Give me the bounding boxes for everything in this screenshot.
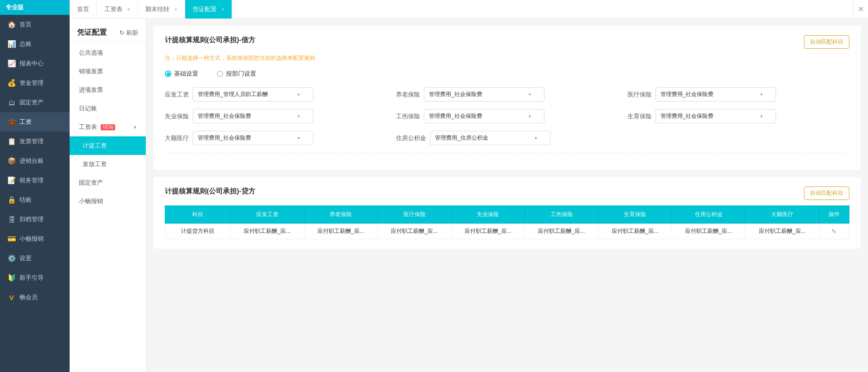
section-divider xyxy=(165,153,849,153)
form-row-1: 应发工资 管理费用_管理人员职工薪酬 ▾ 养老保险 管理费用_社会保险费 ▾ xyxy=(165,87,849,102)
window-close-button[interactable]: ✕ xyxy=(853,2,868,17)
select-maternity[interactable]: 管理费用_社会保险费 ▾ xyxy=(655,109,776,123)
section-debit-header: 计提核算规则(公司承担)-借方 自动匹配科目 xyxy=(165,35,849,49)
sidebar-item-xiaochang[interactable]: 💳 小畅报销 xyxy=(0,229,70,249)
radio-basic-circle[interactable] xyxy=(165,71,171,77)
sidebar-item-invoices[interactable]: 📋 发票管理 xyxy=(0,132,70,151)
left-nav-payroll[interactable]: 计提工资 xyxy=(70,136,146,155)
sidebar-item-archive[interactable]: 🗄 归档管理 xyxy=(0,210,70,229)
left-nav-cancel-invoice[interactable]: 销项发票 xyxy=(70,62,146,81)
refresh-button[interactable]: ↻ 刷新 xyxy=(119,29,138,37)
tab-salary-table-label: 工资表 xyxy=(104,5,123,13)
sidebar-item-reports[interactable]: 📈 报表中心 xyxy=(0,54,70,73)
label-pension: 养老保险 xyxy=(396,90,420,99)
section-credit: 计提核算规则(公司承担)-贷方 自动匹配科目 科目 应发工资 养老保险 医疗保险… xyxy=(154,177,861,249)
select-salary-value: 管理费用_管理人员职工薪酬 xyxy=(198,90,296,98)
select-medical[interactable]: 管理费用_社会保险费 ▾ xyxy=(655,87,776,102)
td-pension: 应付职工薪酬_应... xyxy=(304,224,377,239)
table-row: 计提贷方科目 应付职工薪酬_应... 应付职工薪酬_应... 应付职工薪酬_应.… xyxy=(165,224,849,239)
archive-icon: 🗄 xyxy=(7,216,16,224)
sidebar-item-vip[interactable]: V 畅会员 xyxy=(0,288,70,307)
form-item-pension: 养老保险 管理费用_社会保险费 ▾ xyxy=(396,87,618,102)
arrow-icon: ▾ xyxy=(134,124,136,130)
select-unemployment[interactable]: 管理费用_社会保险费 ▾ xyxy=(193,109,313,123)
select-maternity-value: 管理费用_社会保险费 xyxy=(661,112,758,120)
left-nav-salary-sheet[interactable]: 工资表 NEW ▾ xyxy=(70,118,146,136)
tab-period-end[interactable]: 期末结转 × xyxy=(138,0,185,19)
select-medical-value: 管理费用_社会保险费 xyxy=(661,90,758,98)
sidebar-item-ledger[interactable]: 📊 总账 xyxy=(0,34,70,54)
label-unemployment: 失业保险 xyxy=(165,112,189,121)
brand-logo: 专业版 xyxy=(0,0,70,15)
radio-by-dept[interactable]: 按部门设置 xyxy=(217,70,256,78)
select-injury[interactable]: 管理费用_社会保险费 ▾ xyxy=(424,109,544,123)
table-header-row: 科目 应发工资 养老保险 医疗保险 失业保险 工伤保险 生育保险 住房公积金 大… xyxy=(165,206,849,224)
page-title: 凭证配置 xyxy=(77,28,107,38)
td-housing-fund: 应付职工薪酬_应... xyxy=(672,224,745,239)
th-pension: 养老保险 xyxy=(304,206,377,224)
label-housing-fund: 住房公积金 xyxy=(396,134,426,142)
auto-match-debit-button[interactable]: 自动匹配科目 xyxy=(804,35,849,49)
section-debit: 计提核算规则(公司承担)-借方 自动匹配科目 注：只能选择一种方式，系统将按照您… xyxy=(154,26,861,170)
sidebar-item-assets[interactable]: 🗂 固定资产 xyxy=(0,93,70,112)
sidebar-label-assets: 固定资产 xyxy=(19,98,44,107)
sidebar-label-xiaochang: 小畅报销 xyxy=(19,235,44,243)
left-nav-xiaochang-expense[interactable]: 小畅报销 xyxy=(70,192,146,211)
sidebar-item-close[interactable]: 🔒 结账 xyxy=(0,190,70,210)
sidebar-item-guide[interactable]: 🔰 新手引导 xyxy=(0,268,70,288)
select-salary[interactable]: 管理费用_管理人员职工薪酬 ▾ xyxy=(193,87,313,102)
tab-home[interactable]: 首页 xyxy=(70,0,97,19)
form-item-unemployment: 失业保险 管理费用_社会保险费 ▾ xyxy=(165,109,387,123)
left-nav-issue-salary[interactable]: 发放工资 xyxy=(70,155,146,173)
section-credit-title: 计提核算规则(公司承担)-贷方 xyxy=(165,187,255,196)
tab-voucher-config-close[interactable]: × xyxy=(221,6,224,12)
salary-icon: 💼 xyxy=(7,118,16,126)
radio-by-dept-circle[interactable] xyxy=(217,71,223,77)
left-nav-public[interactable]: 公共选项 xyxy=(70,44,146,62)
sidebar-label-vip: 畅会员 xyxy=(19,293,38,301)
tab-salary-table-close[interactable]: × xyxy=(127,6,130,12)
sidebar-item-salary[interactable]: 💼 工资 xyxy=(0,112,70,132)
sidebar-item-inventory[interactable]: 📦 进销台账 xyxy=(0,151,70,171)
select-housing-fund[interactable]: 管理费用_住房公积金 ▾ xyxy=(430,131,551,145)
select-unemployment-value: 管理费用_社会保险费 xyxy=(198,112,296,120)
left-nav-input-invoice[interactable]: 进项发票 xyxy=(70,81,146,99)
th-maternity: 生育保险 xyxy=(598,206,672,224)
sidebar-item-settings[interactable]: ⚙️ 设置 xyxy=(0,249,70,268)
tab-voucher-config[interactable]: 凭证配置 × xyxy=(185,0,232,19)
sidebar: 专业版 🏠 首页 📊 总账 📈 报表中心 💰 资金管理 🗂 固定资产 💼 工资 … xyxy=(0,0,70,372)
auto-match-credit-button[interactable]: 自动匹配科目 xyxy=(804,186,849,200)
sidebar-label-ledger: 总账 xyxy=(19,40,32,48)
tab-period-end-close[interactable]: × xyxy=(174,6,177,12)
form-row-3: 大额医疗 管理费用_社会保险费 ▾ 住房公积金 管理费用_住房公积金 ▾ xyxy=(165,131,849,145)
select-pension[interactable]: 管理费用_社会保险费 ▾ xyxy=(424,87,544,102)
sidebar-label-tax: 税务管理 xyxy=(19,176,44,185)
reports-icon: 📈 xyxy=(7,59,16,68)
sidebar-item-home[interactable]: 🏠 首页 xyxy=(0,15,70,34)
select-major-medical[interactable]: 管理费用_社会保险费 ▾ xyxy=(193,131,313,145)
main-content: 首页 工资表 × 期末结转 × 凭证配置 × ✕ 凭证配置 ↻ 刷新 公共选项 xyxy=(70,0,868,372)
home-icon: 🏠 xyxy=(7,20,16,29)
left-nav: 凭证配置 ↻ 刷新 公共选项 销项发票 进项发票 日记账 工资表 NEW ▾ xyxy=(70,19,146,372)
section-credit-header: 计提核算规则(公司承担)-贷方 自动匹配科目 xyxy=(165,186,849,200)
ledger-icon: 📊 xyxy=(7,40,16,48)
section-debit-title: 计提核算规则(公司承担)-借方 xyxy=(165,36,255,45)
td-unemployment: 应付职工薪酬_应... xyxy=(451,224,525,239)
invoices-icon: 📋 xyxy=(7,137,16,146)
content-layout: 凭证配置 ↻ 刷新 公共选项 销项发票 进项发票 日记账 工资表 NEW ▾ xyxy=(70,19,868,372)
sidebar-label-invoices: 发票管理 xyxy=(19,137,44,146)
left-nav-journal[interactable]: 日记账 xyxy=(70,99,146,118)
select-major-medical-value: 管理费用_社会保险费 xyxy=(198,134,296,142)
sidebar-label-home: 首页 xyxy=(19,20,32,29)
edit-icon[interactable]: ✎ xyxy=(831,228,837,235)
radio-basic[interactable]: 基础设置 xyxy=(165,70,198,78)
left-nav-fixed-assets[interactable]: 固定资产 xyxy=(70,173,146,192)
sidebar-item-tax[interactable]: 📝 税务管理 xyxy=(0,171,70,190)
inventory-icon: 📦 xyxy=(7,157,16,165)
th-unemployment: 失业保险 xyxy=(451,206,525,224)
label-maternity: 生育保险 xyxy=(628,112,652,121)
tab-salary-table[interactable]: 工资表 × xyxy=(97,0,138,19)
sidebar-item-funds[interactable]: 💰 资金管理 xyxy=(0,73,70,93)
tab-home-label: 首页 xyxy=(77,5,89,13)
tab-bar: 首页 工资表 × 期末结转 × 凭证配置 × ✕ xyxy=(70,0,868,19)
